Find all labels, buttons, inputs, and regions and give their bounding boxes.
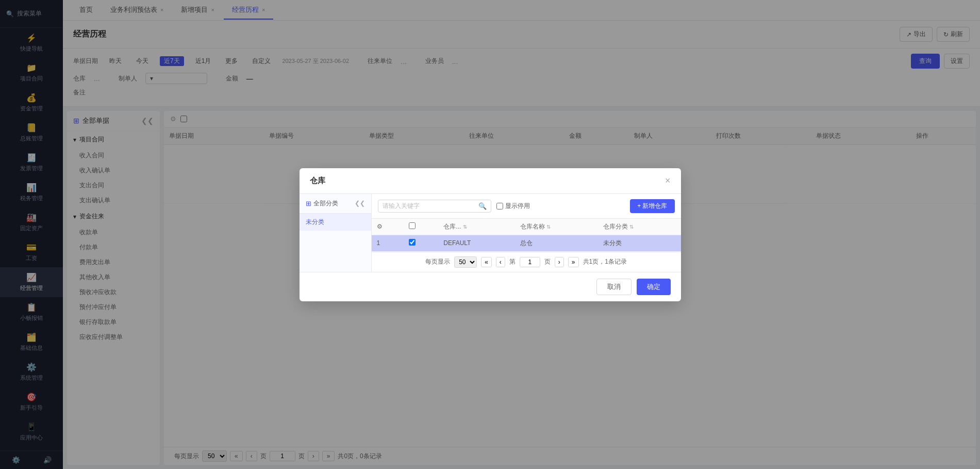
modal-left-header: ⊞ 全部分类 ❮❮ bbox=[300, 194, 371, 214]
modal-close-button[interactable]: × bbox=[665, 175, 671, 186]
modal-left-scroll: 未分类 bbox=[300, 214, 371, 272]
modal-category-unclassified[interactable]: 未分类 bbox=[300, 214, 371, 231]
modal-table: ⚙ 仓库... ⇅ 仓库名称 ⇅ bbox=[372, 219, 681, 252]
modal-footer: 取消 确定 bbox=[300, 272, 681, 301]
row-code: DEFAULT bbox=[438, 235, 514, 251]
warehouse-modal: 仓库 × ⊞ 全部分类 ❮❮ 未分类 bbox=[300, 168, 681, 301]
row-checkbox[interactable] bbox=[404, 235, 438, 251]
modal-last-btn[interactable]: » bbox=[568, 257, 579, 267]
row-name: 总仓 bbox=[515, 235, 598, 251]
modal-select-all[interactable] bbox=[409, 222, 416, 229]
sort-name-icon: ⇅ bbox=[546, 224, 551, 230]
modal-table-wrapper: ⚙ 仓库... ⇅ 仓库名称 ⇅ bbox=[372, 219, 681, 252]
modal-col-name: 仓库名称 ⇅ bbox=[515, 219, 598, 235]
modal-left-collapse[interactable]: ❮❮ bbox=[355, 200, 365, 207]
show-disabled-wrapper: 显示停用 bbox=[496, 202, 530, 211]
search-input[interactable] bbox=[383, 202, 478, 209]
row-index: 1 bbox=[372, 235, 404, 251]
modal-prev-btn[interactable]: ‹ bbox=[496, 257, 505, 267]
modal-overlay: 仓库 × ⊞ 全部分类 ❮❮ 未分类 bbox=[0, 0, 980, 469]
modal-page-input[interactable] bbox=[520, 257, 540, 267]
modal-col-check bbox=[404, 219, 438, 235]
sort-code-icon: ⇅ bbox=[463, 224, 467, 230]
category-title[interactable]: 全部分类 bbox=[313, 199, 338, 208]
modal-per-page-select[interactable]: 50 bbox=[454, 256, 477, 268]
modal-right-panel: 🔍 显示停用 + 新增仓库 ⚙ bbox=[372, 194, 681, 272]
modal-header: 仓库 × bbox=[300, 168, 681, 194]
modal-first-btn[interactable]: « bbox=[481, 257, 492, 267]
cancel-button[interactable]: 取消 bbox=[596, 279, 632, 295]
sort-category-icon: ⇅ bbox=[629, 224, 634, 230]
modal-col-settings: ⚙ bbox=[372, 219, 404, 235]
col-gear-icon[interactable]: ⚙ bbox=[377, 223, 383, 230]
modal-per-page-label: 每页显示 bbox=[425, 257, 450, 266]
add-warehouse-button[interactable]: + 新增仓库 bbox=[630, 199, 674, 213]
modal-pagination: 每页显示 50 « ‹ 第 页 › » 共1页，1条记录 bbox=[372, 252, 681, 272]
modal-total-text: 共1页，1条记录 bbox=[583, 257, 627, 266]
modal-col-category: 仓库分类 ⇅ bbox=[598, 219, 681, 235]
modal-page-suffix: 页 bbox=[544, 257, 551, 266]
modal-toolbar: 🔍 显示停用 + 新增仓库 bbox=[372, 194, 681, 219]
show-disabled-checkbox[interactable] bbox=[496, 203, 503, 209]
modal-title: 仓库 bbox=[310, 176, 325, 186]
search-icon: 🔍 bbox=[478, 202, 487, 210]
modal-body: ⊞ 全部分类 ❮❮ 未分类 🔍 bbox=[300, 194, 681, 272]
table-row[interactable]: 1 DEFAULT 总仓 未分类 bbox=[372, 235, 681, 251]
row-category: 未分类 bbox=[598, 235, 681, 251]
search-box: 🔍 bbox=[378, 200, 491, 213]
modal-col-code: 仓库... ⇅ bbox=[438, 219, 514, 235]
modal-page-label: 第 bbox=[509, 257, 516, 266]
modal-left-panel: ⊞ 全部分类 ❮❮ 未分类 bbox=[300, 194, 372, 272]
modal-next-btn[interactable]: › bbox=[555, 257, 564, 267]
confirm-button[interactable]: 确定 bbox=[637, 279, 671, 295]
show-disabled-label: 显示停用 bbox=[505, 202, 530, 211]
category-grid-icon: ⊞ bbox=[306, 200, 311, 207]
